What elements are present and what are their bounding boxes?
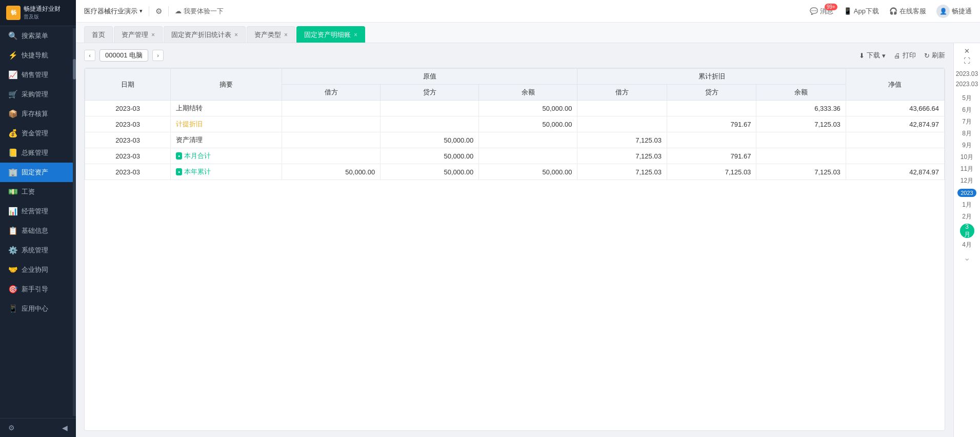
sidebar-footer: ⚙ ◀ — [0, 418, 76, 437]
col-date: 日期 — [85, 69, 171, 101]
timeline-month-1[interactable]: 1月 — [962, 199, 972, 211]
sidebar-item-basic-info[interactable]: 📋 基础信息 — [0, 221, 73, 241]
guide-icon: 🎯 — [8, 285, 17, 294]
cell-date-4: 2023-03 — [85, 164, 171, 180]
tabbar: 首页 资产管理 × 固定资产折旧统计表 × 资产类型 × 固定资产明细账 × — [76, 23, 980, 43]
timeline-panel: ✕ ⛶ 2023.03 2023.03 5月 6月 7月 8月 9月 10月 1… — [953, 43, 980, 437]
cell-orig-credit-2: 50,000.00 — [381, 132, 479, 148]
print-button[interactable]: 🖨 打印 — [894, 51, 916, 60]
timeline-date-1[interactable]: 2023.03 — [956, 69, 978, 79]
cell-orig-balance-4: 50,000.00 — [479, 164, 577, 180]
timeline-arrow-down[interactable]: ⌄ — [964, 253, 970, 263]
cell-summary-3: ▪本月合计 — [171, 148, 282, 164]
timeline-months-bottom: 1月 2月 3月 4月 — [954, 199, 980, 251]
col-summary: 摘要 — [171, 69, 282, 101]
cell-accum-debit-2: 7,125.03 — [577, 132, 667, 148]
tab-depreciation-stats[interactable]: 固定资产折旧统计表 × — [164, 26, 246, 43]
col-accum-balance: 余额 — [756, 85, 846, 101]
timeline-year-label[interactable]: 2023 — [957, 189, 976, 197]
settings-footer-icon[interactable]: ⚙ — [8, 424, 15, 432]
sidebar-item-guide[interactable]: 🎯 新手引导 — [0, 280, 73, 299]
tab-asset-type[interactable]: 资产类型 × — [247, 26, 295, 43]
experience-button[interactable]: ☁ 我要体验一下 — [175, 7, 224, 16]
topbar-divider — [149, 6, 149, 16]
cell-accum-credit-1: 791.67 — [667, 116, 756, 132]
sidebar-item-capital[interactable]: 💰 资金管理 — [0, 124, 73, 143]
cell-accum-debit-1 — [577, 116, 667, 132]
timeline-month-6[interactable]: 6月 — [962, 104, 972, 116]
refresh-icon: ↻ — [924, 52, 930, 59]
timeline-month-11[interactable]: 11月 — [961, 163, 973, 175]
refresh-button[interactable]: ↻ 刷新 — [924, 51, 945, 60]
sidebar-item-sales[interactable]: 📈 销售管理 — [0, 65, 73, 85]
col-accum-credit: 贷方 — [667, 85, 756, 101]
timeline-month-2[interactable]: 2月 — [962, 211, 972, 223]
tab-close-depreciation-stats[interactable]: × — [234, 31, 238, 38]
col-orig-balance: 余额 — [479, 85, 577, 101]
sidebar-item-quick-nav[interactable]: ⚡ 快捷导航 — [0, 46, 73, 65]
toolbar-left: ‹ 000001 电脑 › — [84, 49, 164, 62]
cell-accum-debit-4: 7,125.03 — [577, 164, 667, 180]
col-orig-credit: 贷方 — [381, 85, 479, 101]
cell-accum-balance-1: 7,125.03 — [756, 116, 846, 132]
timeline-month-5[interactable]: 5月 — [962, 92, 972, 104]
logo-text: 畅捷通好业财 普及版 — [24, 5, 61, 21]
timeline-month-3-active[interactable]: 3月 — [960, 224, 974, 238]
timeline-month-8[interactable]: 8月 — [962, 128, 972, 140]
online-service-button[interactable]: 🎧 在线客服 — [889, 7, 926, 16]
tab-close-asset-detail[interactable]: × — [354, 31, 357, 38]
prev-asset-button[interactable]: ‹ — [84, 50, 95, 61]
download-button[interactable]: ⬇ 下载 ▾ — [859, 51, 886, 60]
timeline-month-4[interactable]: 4月 — [962, 239, 972, 251]
sidebar-scrollbar-thumb[interactable] — [73, 59, 76, 80]
cell-orig-balance-2 — [479, 132, 577, 148]
sidebar-item-operations[interactable]: 📊 经营管理 — [0, 202, 73, 221]
avatar: 👤 — [936, 5, 950, 18]
sidebar-item-payroll[interactable]: 💵 工资 — [0, 182, 73, 202]
topbar-right: 💬 消息 99+ 📱 App下载 🎧 在线客服 👤 畅捷通 — [810, 5, 972, 18]
timeline-close-icon[interactable]: ✕ — [964, 47, 970, 55]
app-download-button[interactable]: 📱 App下载 — [844, 7, 879, 16]
sidebar-item-inventory[interactable]: 📦 库存核算 — [0, 104, 73, 124]
data-table-wrapper: 日期 摘要 原值 累计折旧 净值 借方 贷方 余额 借方 贷方 余额 — [84, 68, 945, 431]
col-net-value: 净值 — [846, 69, 944, 101]
company-selector[interactable]: 医疗器械行业演示 ▾ — [84, 7, 143, 16]
tab-asset-detail[interactable]: 固定资产明细账 × — [296, 26, 365, 43]
message-button[interactable]: 💬 消息 99+ — [810, 7, 833, 16]
collapse-icon[interactable]: ◀ — [62, 424, 68, 432]
sidebar: 畅 畅捷通好业财 普及版 🔍 搜索菜单 ⚡ 快捷导航 📈 销售管理 🛒 采购管理 — [0, 0, 76, 437]
timeline-month-10[interactable]: 10月 — [961, 151, 973, 163]
toolbar: ‹ 000001 电脑 › ⬇ 下载 ▾ 🖨 打印 ↻ — [84, 49, 945, 62]
user-menu[interactable]: 👤 畅捷通 — [936, 5, 972, 18]
data-table: 日期 摘要 原值 累计折旧 净值 借方 贷方 余额 借方 贷方 余额 — [85, 68, 945, 180]
tab-close-asset-type[interactable]: × — [284, 31, 288, 38]
tab-asset-mgmt[interactable]: 资产管理 × — [114, 26, 163, 43]
timeline-month-12[interactable]: 12月 — [961, 175, 973, 187]
cell-orig-debit-3 — [282, 148, 381, 164]
sidebar-item-ledger[interactable]: 📒 总账管理 — [0, 143, 73, 163]
system-icon: ⚙️ — [8, 246, 17, 255]
sidebar-scrollbar-track[interactable] — [73, 28, 76, 416]
sidebar-nav: 🔍 搜索菜单 ⚡ 快捷导航 📈 销售管理 🛒 采购管理 📦 库存核算 💰 — [0, 26, 73, 418]
fixed-assets-icon: 🏢 — [8, 168, 17, 177]
settings-icon[interactable]: ⚙ — [155, 7, 162, 16]
timeline-month-9[interactable]: 9月 — [962, 140, 972, 151]
timeline-date-2[interactable]: 2023.03 — [956, 79, 978, 89]
sidebar-item-purchase[interactable]: 🛒 采购管理 — [0, 85, 73, 104]
cell-orig-balance-1: 50,000.00 — [479, 116, 577, 132]
tab-close-asset-mgmt[interactable]: × — [151, 31, 155, 38]
cell-date-2: 2023-03 — [85, 132, 171, 148]
sidebar-item-app-center[interactable]: 📱 应用中心 — [0, 299, 73, 319]
cell-accum-balance-0: 6,333.36 — [756, 101, 846, 116]
tab-home[interactable]: 首页 — [84, 26, 113, 43]
download-icon: 📱 — [844, 7, 852, 15]
sidebar-item-enterprise[interactable]: 🤝 企业协同 — [0, 260, 73, 280]
sidebar-item-search[interactable]: 🔍 搜索菜单 — [0, 26, 73, 46]
cell-accum-credit-3: 791.67 — [667, 148, 756, 164]
sidebar-item-fixed-assets[interactable]: 🏢 固定资产 — [0, 163, 73, 182]
next-asset-button[interactable]: › — [152, 50, 164, 61]
timeline-expand-icon[interactable]: ⛶ — [964, 57, 970, 65]
cell-orig-credit-0 — [381, 101, 479, 116]
sidebar-item-system[interactable]: ⚙️ 系统管理 — [0, 241, 73, 260]
timeline-month-7[interactable]: 7月 — [962, 116, 972, 128]
